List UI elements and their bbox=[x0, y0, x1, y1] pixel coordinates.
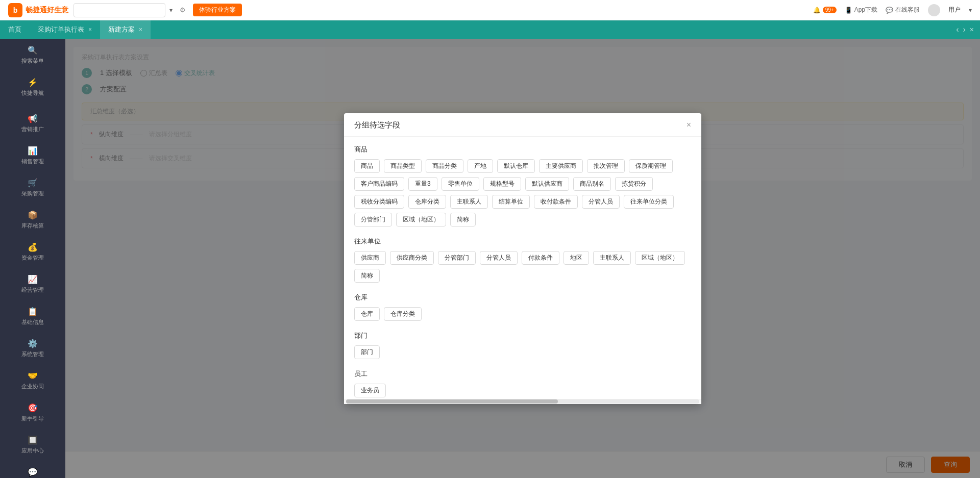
section-warehouse-title: 仓库 bbox=[354, 293, 691, 302]
user-dropdown-icon[interactable]: ▾ bbox=[969, 7, 972, 14]
operations-icon: 📈 bbox=[28, 274, 38, 284]
sidebar-item-purchase[interactable]: 🛒 采购管理 bbox=[0, 171, 65, 204]
field-dept-dept[interactable]: 部门 bbox=[354, 345, 380, 359]
field-goods-settlement-unit[interactable]: 结算单位 bbox=[492, 195, 530, 209]
section-partner: 往来单位 供应商 供应商分类 分管部门 分管人员 付款条件 地区 主联系人 区域… bbox=[354, 237, 691, 283]
field-goods-origin[interactable]: 产地 bbox=[468, 159, 493, 173]
modal-overlay: 分组待选字段 × 商品 商品 商品类型 商品分类 产地 默认仓库 主要供应商 批… bbox=[65, 39, 980, 478]
sidebar-item-guide[interactable]: 🎯 新手引导 bbox=[0, 396, 65, 429]
field-partner-manager[interactable]: 分管人员 bbox=[480, 251, 518, 265]
field-partner-short-name[interactable]: 简称 bbox=[354, 269, 380, 283]
modal-close-icon[interactable]: × bbox=[687, 120, 691, 130]
field-partner-supplier-category[interactable]: 供应商分类 bbox=[390, 251, 434, 265]
field-goods-dept[interactable]: 分管部门 bbox=[354, 213, 392, 227]
tab-bar: 首页 采购订单执行表 × 新建方案 × ‹ › × bbox=[0, 20, 980, 39]
tab-close-all-icon[interactable]: × bbox=[970, 26, 974, 34]
field-employee-salesperson[interactable]: 业务员 bbox=[354, 384, 386, 397]
field-goods-contact[interactable]: 主联系人 bbox=[450, 195, 488, 209]
section-warehouse-fields: 仓库 仓库分类 bbox=[354, 307, 691, 321]
experience-button[interactable]: 体验行业方案 bbox=[193, 4, 242, 16]
tab-new-solution-close[interactable]: × bbox=[139, 26, 142, 33]
field-goods-retail-unit[interactable]: 零售单位 bbox=[442, 177, 479, 191]
section-warehouse: 仓库 仓库 仓库分类 bbox=[354, 293, 691, 321]
tab-arrow-left-icon[interactable]: ‹ bbox=[956, 25, 959, 34]
field-goods-alias[interactable]: 商品别名 bbox=[573, 177, 611, 191]
nav-right: 🔔 99+ 📱 App下载 💬 在线客服 用户 ▾ bbox=[813, 4, 972, 16]
sidebar-item-finance[interactable]: 💰 资金管理 bbox=[0, 236, 65, 268]
field-partner-supplier[interactable]: 供应商 bbox=[354, 251, 386, 265]
field-goods-default-supplier[interactable]: 默认供应商 bbox=[525, 177, 569, 191]
avatar[interactable] bbox=[928, 4, 940, 16]
sidebar-label-quick-nav: 快捷导航 bbox=[21, 89, 44, 97]
app-download-item[interactable]: 📱 App下载 bbox=[845, 6, 877, 14]
field-goods-weight3[interactable]: 重量3 bbox=[408, 177, 437, 191]
field-partner-payment-terms[interactable]: 付款条件 bbox=[522, 251, 559, 265]
field-goods-default-warehouse[interactable]: 默认仓库 bbox=[497, 159, 535, 173]
field-goods-batch-mgmt[interactable]: 批次管理 bbox=[587, 159, 625, 173]
section-employee-fields: 业务员 bbox=[354, 384, 691, 397]
sidebar-label-finance: 资金管理 bbox=[21, 254, 44, 262]
field-partner-dept[interactable]: 分管部门 bbox=[438, 251, 476, 265]
modal-scrollbar-track[interactable] bbox=[346, 399, 699, 404]
section-partner-title: 往来单位 bbox=[354, 237, 691, 246]
modal-scrollbar-thumb[interactable] bbox=[346, 399, 558, 404]
field-goods-region[interactable]: 区域（地区） bbox=[396, 213, 446, 227]
field-goods-pick-points[interactable]: 拣货积分 bbox=[615, 177, 653, 191]
field-goods-customer-code[interactable]: 客户商品编码 bbox=[354, 177, 404, 191]
field-warehouse-category[interactable]: 仓库分类 bbox=[384, 307, 422, 321]
field-warehouse-wh[interactable]: 仓库 bbox=[354, 307, 380, 321]
sidebar-item-enterprise-wechat[interactable]: 💬 企业微信 bbox=[0, 461, 65, 478]
modal-body: 商品 商品 商品类型 商品分类 产地 默认仓库 主要供应商 批次管理 保质期管理… bbox=[344, 137, 701, 399]
field-goods-partner-category[interactable]: 往来单位分类 bbox=[624, 195, 674, 209]
online-service-label: 在线客服 bbox=[895, 6, 920, 14]
field-goods-category[interactable]: 商品分类 bbox=[426, 159, 463, 173]
section-partner-fields: 供应商 供应商分类 分管部门 分管人员 付款条件 地区 主联系人 区域（地区） … bbox=[354, 251, 691, 283]
sidebar-item-app-center[interactable]: 🔲 应用中心 bbox=[0, 429, 65, 461]
field-goods-payment-terms[interactable]: 收付款条件 bbox=[534, 195, 578, 209]
sidebar-label-system: 系统管理 bbox=[21, 350, 44, 358]
sidebar-item-search-menu[interactable]: 🔍 搜索菜单 bbox=[0, 39, 65, 71]
tab-new-solution[interactable]: 新建方案 × bbox=[100, 20, 151, 39]
online-service-item[interactable]: 💬 在线客服 bbox=[886, 6, 920, 14]
field-partner-area[interactable]: 区域（地区） bbox=[635, 251, 685, 265]
app-center-icon: 🔲 bbox=[28, 435, 38, 445]
marketing-icon: 📢 bbox=[28, 113, 38, 123]
sidebar-item-marketing[interactable]: 📢 营销推广 bbox=[0, 107, 65, 139]
tab-new-solution-label: 新建方案 bbox=[108, 25, 135, 34]
sidebar-item-quick-nav[interactable]: ⚡ 快捷导航 bbox=[0, 71, 65, 103]
field-goods-product[interactable]: 商品 bbox=[354, 159, 380, 173]
settings-icon[interactable]: ⚙ bbox=[177, 4, 189, 16]
sidebar-item-enterprise-coop[interactable]: 🤝 企业协同 bbox=[0, 364, 65, 396]
field-goods-spec-model[interactable]: 规格型号 bbox=[483, 177, 521, 191]
field-goods-short-name[interactable]: 简称 bbox=[450, 213, 476, 227]
field-partner-contact[interactable]: 主联系人 bbox=[593, 251, 631, 265]
field-goods-main-supplier[interactable]: 主要供应商 bbox=[539, 159, 583, 173]
sidebar-label-operations: 经营管理 bbox=[21, 286, 44, 294]
modal-group-fields: 分组待选字段 × 商品 商品 商品类型 商品分类 产地 默认仓库 主要供应商 批… bbox=[344, 113, 701, 404]
sidebar-item-system[interactable]: ⚙️ 系统管理 bbox=[0, 332, 65, 364]
app-download-label: App下载 bbox=[854, 6, 877, 14]
search-input[interactable] bbox=[74, 3, 165, 17]
tab-home[interactable]: 首页 bbox=[0, 20, 30, 39]
sidebar-item-inventory[interactable]: 📦 库存核算 bbox=[0, 204, 65, 236]
user-name: 用户 bbox=[948, 6, 961, 14]
sidebar-item-sales[interactable]: 📊 销售管理 bbox=[0, 139, 65, 171]
tab-arrow-right-icon[interactable]: › bbox=[963, 25, 965, 34]
field-goods-manager[interactable]: 分管人员 bbox=[582, 195, 620, 209]
field-goods-type[interactable]: 商品类型 bbox=[384, 159, 422, 173]
field-goods-expiry-mgmt[interactable]: 保质期管理 bbox=[629, 159, 673, 173]
section-goods-fields: 商品 商品类型 商品分类 产地 默认仓库 主要供应商 批次管理 保质期管理 客户… bbox=[354, 159, 691, 227]
field-partner-region[interactable]: 地区 bbox=[564, 251, 589, 265]
modal-scrollbar-area[interactable] bbox=[344, 399, 701, 404]
search-dropdown[interactable]: ▾ bbox=[169, 7, 173, 14]
tab-purchase-order[interactable]: 采购订单执行表 × bbox=[30, 20, 100, 39]
inventory-icon: 📦 bbox=[28, 210, 38, 220]
tab-purchase-order-close[interactable]: × bbox=[88, 26, 92, 33]
sidebar-item-basic-info[interactable]: 📋 基础信息 bbox=[0, 300, 65, 332]
tab-purchase-order-label: 采购订单执行表 bbox=[38, 25, 84, 34]
field-goods-tax-code[interactable]: 税收分类编码 bbox=[354, 195, 404, 209]
field-goods-warehouse-category[interactable]: 仓库分类 bbox=[408, 195, 446, 209]
logo-area: b 畅捷通好生意 bbox=[8, 3, 74, 17]
notification-item[interactable]: 🔔 99+ bbox=[813, 7, 837, 14]
sidebar-item-operations[interactable]: 📈 经营管理 bbox=[0, 268, 65, 300]
